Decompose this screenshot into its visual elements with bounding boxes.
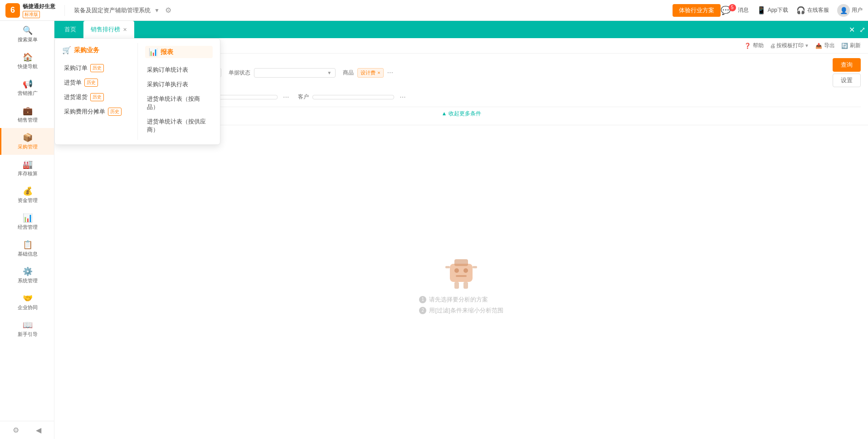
purchase-title-icon: 🛒 bbox=[62, 46, 71, 54]
sidebar-item-sales[interactable]: 💼 销售管理 bbox=[0, 101, 54, 128]
action-btns: 查询 设置 bbox=[833, 58, 861, 87]
dropdown-item-in-stat-goods[interactable]: 进货单统计表（按商品） bbox=[145, 92, 213, 114]
phone-icon: 📱 bbox=[757, 6, 766, 15]
hist-badge-in: 历史 bbox=[84, 79, 98, 87]
dropdown-item-po-exec[interactable]: 采购订单执行表 bbox=[145, 77, 213, 92]
message-group[interactable]: 💬 5 消息 bbox=[721, 5, 749, 15]
message-label: 消息 bbox=[738, 6, 749, 14]
goods-ellipsis[interactable]: ··· bbox=[385, 69, 395, 77]
tab-sales-rank[interactable]: 销售排行榜 ✕ bbox=[83, 21, 134, 38]
topbar: 6 畅捷通好生意 标准版 装备及固定资产辅助管理系统 ▼ ⚙ 体验行业方案 💬 … bbox=[0, 0, 868, 21]
sidebar-item-search[interactable]: 🔍 搜索菜单 bbox=[0, 21, 54, 48]
search-icon: 🔍 bbox=[23, 26, 33, 35]
help-label: 帮助 bbox=[753, 42, 764, 49]
logo-icon: 6 bbox=[5, 3, 20, 18]
content-area: 首页 销售排行榜 ✕ ✕ ⤢ 🛒 采购业务 bbox=[54, 21, 868, 439]
empty-robot-svg bbox=[439, 250, 484, 291]
sidebar-settings-btn[interactable]: ⚙ bbox=[13, 426, 19, 434]
home-icon: 🏠 bbox=[23, 53, 33, 61]
title-dropdown-icon[interactable]: ▼ bbox=[154, 7, 160, 14]
svg-rect-7 bbox=[454, 282, 459, 289]
refresh-btn[interactable]: 🔄 刷新 bbox=[841, 42, 861, 49]
customer-ellipsis[interactable]: ··· bbox=[398, 93, 407, 101]
online-service-group[interactable]: 🎧 在线客服 bbox=[796, 6, 829, 15]
sidebar-item-basic[interactable]: 📋 基础信息 bbox=[0, 235, 54, 262]
sidebar-item-inventory[interactable]: 🏭 库存核算 bbox=[0, 155, 54, 182]
purchase-title-label: 采购业务 bbox=[74, 46, 99, 54]
sidebar-label-purchase: 采购管理 bbox=[18, 143, 38, 150]
tab-home-label: 首页 bbox=[64, 25, 76, 34]
collapse-label: 收起更多条件 bbox=[449, 110, 481, 117]
dropdown-in-stat-supplier-label: 进货单统计表（按供应商） bbox=[147, 118, 211, 134]
sales-icon: 💼 bbox=[23, 107, 33, 115]
sidebar-item-system[interactable]: ⚙️ 系统管理 bbox=[0, 262, 54, 289]
sidebar-label-inventory: 库存核算 bbox=[18, 170, 38, 177]
user-label: 用户 bbox=[852, 6, 863, 14]
print-btn[interactable]: 🖨 按模板打印 ▼ bbox=[770, 42, 809, 49]
settings-icon[interactable]: ⚙ bbox=[165, 6, 171, 15]
doc-status-select[interactable]: ▼ bbox=[254, 68, 336, 78]
goods-tag-close[interactable]: × bbox=[377, 70, 380, 75]
tab-close-icon[interactable]: ✕ bbox=[123, 27, 127, 33]
dropdown-item-po[interactable]: 采购订单 历史 bbox=[62, 61, 130, 75]
refresh-label: 刷新 bbox=[850, 42, 861, 49]
svg-point-2 bbox=[454, 268, 459, 273]
dropdown-item-po-stat[interactable]: 采购订单统计表 bbox=[145, 63, 213, 77]
salesperson-ellipsis[interactable]: ··· bbox=[281, 93, 291, 101]
svg-rect-5 bbox=[445, 266, 450, 268]
customer-select[interactable] bbox=[312, 95, 394, 99]
sidebar-item-finance[interactable]: 💰 资金管理 bbox=[0, 182, 54, 208]
doc-status-filter: 单据状态 ▼ bbox=[229, 68, 336, 78]
hint-text-2: 用[过滤]条件来缩小分析范围 bbox=[429, 306, 503, 315]
hist-badge-expense: 历史 bbox=[108, 108, 122, 116]
logo-badge: 标准版 bbox=[23, 11, 40, 18]
sidebar-label-quick: 快捷导航 bbox=[18, 63, 38, 70]
doc-status-arrow: ▼ bbox=[327, 70, 332, 75]
customer-label: 客户 bbox=[298, 93, 309, 101]
sidebar-label-operations: 经营管理 bbox=[18, 224, 38, 231]
sidebar-collapse-btn[interactable]: ◀ bbox=[36, 426, 41, 434]
svg-rect-8 bbox=[463, 282, 468, 289]
sidebar-bottom: ⚙ ◀ bbox=[0, 421, 54, 439]
app-title-area: 装备及固定资产辅助管理系统 ▼ ⚙ bbox=[69, 6, 668, 15]
collapse-up-icon: ▲ bbox=[441, 110, 447, 117]
dropdown-in-stat-goods-label: 进货单统计表（按商品） bbox=[147, 95, 211, 111]
dropdown-po-label: 采购订单 bbox=[64, 64, 88, 72]
tab-maximize-icon[interactable]: ⤢ bbox=[859, 25, 865, 34]
sidebar-label-search: 搜索菜单 bbox=[18, 36, 38, 43]
dropdown-item-purchase-return[interactable]: 进货退货 历史 bbox=[62, 90, 130, 104]
industry-btn[interactable]: 体验行业方案 bbox=[673, 4, 721, 17]
customer-filter: 客户 ··· bbox=[298, 93, 407, 101]
sidebar-item-purchase[interactable]: 📦 采购管理 bbox=[0, 128, 54, 155]
tab-sales-rank-label: 销售排行榜 bbox=[91, 25, 120, 34]
dropdown-return-label: 进货退货 bbox=[64, 93, 88, 101]
tab-close-all-icon[interactable]: ✕ bbox=[849, 25, 855, 34]
help-btn[interactable]: ❓ 帮助 bbox=[744, 42, 764, 49]
refresh-icon: 🔄 bbox=[841, 43, 848, 49]
doc-status-label: 单据状态 bbox=[229, 69, 250, 77]
empty-state: 1 请先选择要分析的方案 2 用[过滤]条件来缩小分析范围 bbox=[54, 125, 868, 439]
empty-hint-1: 1 请先选择要分析的方案 bbox=[419, 296, 503, 304]
empty-hint-2: 2 用[过滤]条件来缩小分析范围 bbox=[419, 306, 503, 315]
svg-rect-4 bbox=[456, 275, 467, 277]
svg-rect-6 bbox=[473, 266, 477, 268]
sidebar-item-quick[interactable]: 🏠 快捷导航 bbox=[0, 48, 54, 74]
collab-icon: 🤝 bbox=[23, 294, 33, 302]
finance-icon: 💰 bbox=[23, 187, 33, 195]
search-btn[interactable]: 查询 bbox=[833, 58, 861, 72]
dropdown-item-purchase-expense[interactable]: 采购费用分摊单 历史 bbox=[62, 104, 130, 119]
sidebar-label-collab: 企业协同 bbox=[18, 304, 38, 311]
export-btn[interactable]: 📤 导出 bbox=[815, 42, 835, 49]
sidebar-item-marketing[interactable]: 📢 营销推广 bbox=[0, 74, 54, 101]
user-group[interactable]: 👤 用户 bbox=[837, 4, 863, 17]
settings-btn[interactable]: 设置 bbox=[833, 74, 861, 87]
tab-bar-actions: ✕ ⤢ bbox=[849, 25, 865, 34]
dropdown-item-purchase-in[interactable]: 进货单 历史 bbox=[62, 75, 130, 90]
system-icon: ⚙️ bbox=[23, 267, 33, 276]
dropdown-item-in-stat-supplier[interactable]: 进货单统计表（按供应商） bbox=[145, 114, 213, 137]
sidebar-item-collab[interactable]: 🤝 企业协同 bbox=[0, 289, 54, 316]
sidebar-item-operations[interactable]: 📊 经营管理 bbox=[0, 208, 54, 235]
tab-home[interactable]: 首页 bbox=[57, 21, 83, 38]
app-download-group[interactable]: 📱 App下载 bbox=[757, 6, 788, 15]
sidebar-item-guide[interactable]: 📖 新手引导 bbox=[0, 316, 54, 342]
